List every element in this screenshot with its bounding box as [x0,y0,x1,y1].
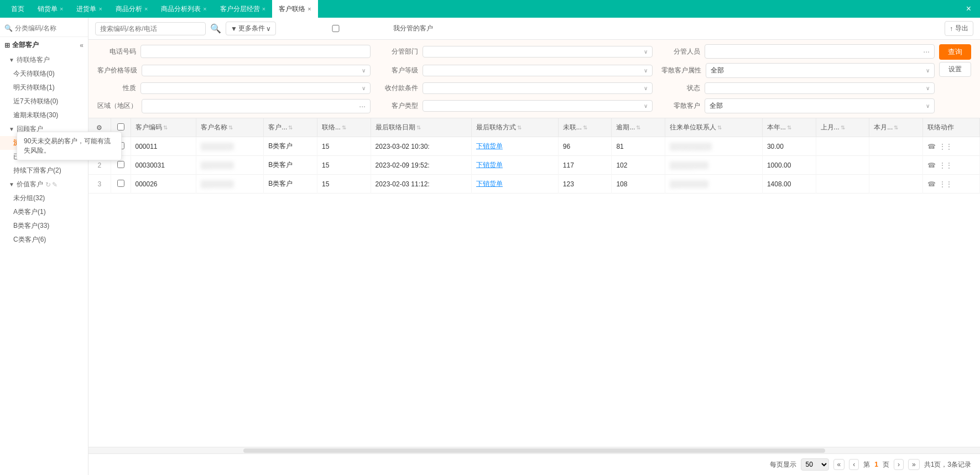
row-checkbox[interactable] [111,175,131,194]
scroll-bar-area[interactable] [88,447,980,453]
nav-home[interactable]: 首页 [4,0,31,18]
table-header: ⚙ 客户编码⇅ 客户名称⇅ 客户...⇅ 联络...⇅ 最后联络日期⇅ 最后联络… [88,118,980,137]
close-icon[interactable]: × [307,6,311,12]
more-icon[interactable]: ··· [923,47,930,56]
settings-button[interactable]: 设置 [939,62,971,77]
more-icon[interactable]: ··· [359,102,366,111]
col-name[interactable]: 客户名称⇅ [196,118,264,137]
search-button[interactable]: 🔍 [210,23,221,34]
nav-customer-contact[interactable]: 客户联络 × [272,0,317,18]
close-icon[interactable]: × [144,6,148,12]
row-contact-person: ██ ██ ███... [665,137,763,156]
row-last-type[interactable]: 下销货单 [471,175,558,194]
export-button[interactable]: ↑ 导出 [945,21,973,36]
last-page-button[interactable]: » [908,459,920,470]
col-last-date[interactable]: 最后联络日期⇅ [371,118,471,137]
nav-product-list[interactable]: 商品分析列表 × [154,0,213,18]
filter-price-level: 客户价格等级 ∨ [97,65,371,76]
col-not-contacted[interactable]: 未联...⇅ [558,118,612,137]
tooltip-review: 90天未交易的客户，可能有流失风险。 [17,132,88,160]
sidebar-item-tomorrow-contact[interactable]: 明天待联络(1) [0,81,88,95]
filter-customer-type: 客户类型 ∨ [379,100,653,112]
select-all-checkbox[interactable] [117,123,124,131]
my-customers-checkbox[interactable]: 我分管的客户 [280,24,433,33]
col-contact[interactable]: 联络...⇅ [317,118,371,137]
sidebar-item-class-c[interactable]: C类客户(6) [0,233,88,247]
sort-icon: ⇅ [228,124,233,131]
contact-icon[interactable]: ☎ [927,161,936,169]
sidebar-item-7day-contact[interactable]: 近7天待联络(0) [0,95,88,108]
my-customers-check[interactable] [280,25,391,32]
scroll-track[interactable] [243,448,825,453]
next-page-button[interactable]: › [894,459,904,470]
col-contact-person[interactable]: 往来单位联系人⇅ [665,118,763,137]
col-last-type[interactable]: 最后联络方式⇅ [471,118,558,137]
sidebar-item-today-contact[interactable]: 今天待联络(0) [0,67,88,81]
close-icon[interactable]: × [98,6,102,12]
filter-customer-level: 客户等级 ∨ [379,65,653,76]
per-page-select[interactable]: 50 20 100 [801,458,829,471]
col-overdue[interactable]: 逾期...⇅ [612,118,665,137]
payment-select[interactable]: ∨ [423,82,653,94]
close-icon[interactable]: × [60,6,63,12]
query-button[interactable]: 查询 [939,44,971,60]
col-this-year[interactable]: 本年...⇅ [762,118,816,137]
sidebar-item-overdue-contact[interactable]: 逾期未联络(30) [0,108,88,122]
retail-attr-select[interactable]: 全部 ∨ [706,63,935,78]
search-input[interactable] [95,22,206,35]
sidebar-search-input[interactable] [15,24,84,32]
sidebar-item-ungrouped[interactable]: 未分组(32) [0,191,88,205]
page-suffix-label: 页 [883,460,889,469]
filter-more-button[interactable]: ▼ 更多条件 ∨ [226,22,276,35]
more-actions-icon[interactable]: ⋮⋮ [939,143,952,150]
collapse-icon[interactable]: « [80,41,84,49]
edit-icon[interactable]: ✎ [52,181,58,189]
nav-sales[interactable]: 销货单 × [31,0,70,18]
row-overdue: 108 [612,175,665,194]
close-icon[interactable]: × [203,6,206,12]
sidebar-all-customers[interactable]: ⊞ 全部客户 « [0,37,88,53]
customer-level-select[interactable]: ∨ [423,65,653,76]
nav-product-analysis[interactable]: 商品分析 × [109,0,154,18]
sidebar-group-pending[interactable]: ▼ 待联络客户 [0,53,88,67]
row-actions[interactable]: ☎ ⋮⋮ [922,175,979,194]
sidebar-item-class-a[interactable]: A类客户(1) [0,205,88,219]
current-page: 1 [874,461,878,468]
col-type[interactable]: 客户...⇅ [264,118,317,137]
more-actions-icon[interactable]: ⋮⋮ [939,180,952,188]
customer-type-select[interactable]: ∨ [423,100,653,112]
table-row: 2 00030031 ██ B类客户 15 2023-02-09 19:52: … [88,156,980,175]
row-actions[interactable]: ☎ ⋮⋮ [922,137,979,156]
table-row: 3 000026 ██ B类客户 15 2023-02-03 11:12: 下销… [88,175,980,194]
contact-icon[interactable]: ☎ [927,180,936,188]
status-select[interactable]: ∨ [705,82,935,94]
chevron-down-icon: ∨ [926,85,930,91]
nav-customer-layer[interactable]: 客户分层经营 × [213,0,272,18]
sidebar-item-class-b[interactable]: B类客户(33) [0,219,88,233]
col-code[interactable]: 客户编码⇅ [131,118,196,137]
more-actions-icon[interactable]: ⋮⋮ [939,161,952,169]
col-this-month[interactable]: 本月...⇅ [869,118,923,137]
row-last-type[interactable]: 下销货单 [471,156,558,175]
dept-select[interactable]: ∨ [423,46,653,58]
phone-input[interactable] [140,45,371,58]
contact-icon[interactable]: ☎ [927,143,936,150]
first-page-button[interactable]: « [833,459,845,470]
row-type: B类客户 [264,137,317,156]
sidebar-group-value[interactable]: ▼ 价值客户 ↻ ✎ [0,178,88,191]
region-select[interactable]: ··· [142,99,371,113]
close-icon[interactable]: × [262,6,265,12]
refresh-icon[interactable]: ↻ [45,181,51,189]
row-last-type[interactable]: 下销货单 [471,137,558,156]
retail-customer-select[interactable]: 全部 ∨ [705,98,935,113]
nature-select[interactable]: ∨ [140,82,371,94]
price-level-select[interactable]: ∨ [142,65,371,76]
manager-select[interactable]: ··· [705,44,935,59]
prev-page-button[interactable]: ‹ [849,459,859,470]
window-close-icon[interactable]: × [962,4,976,14]
sidebar-item-declining[interactable]: 持续下滑客户(2) [0,164,88,178]
row-actions[interactable]: ☎ ⋮⋮ [922,156,979,175]
col-last-month[interactable]: 上月...⇅ [816,118,869,137]
row-code: 00030031 [131,156,196,175]
nav-purchase[interactable]: 进货单 × [70,0,108,18]
